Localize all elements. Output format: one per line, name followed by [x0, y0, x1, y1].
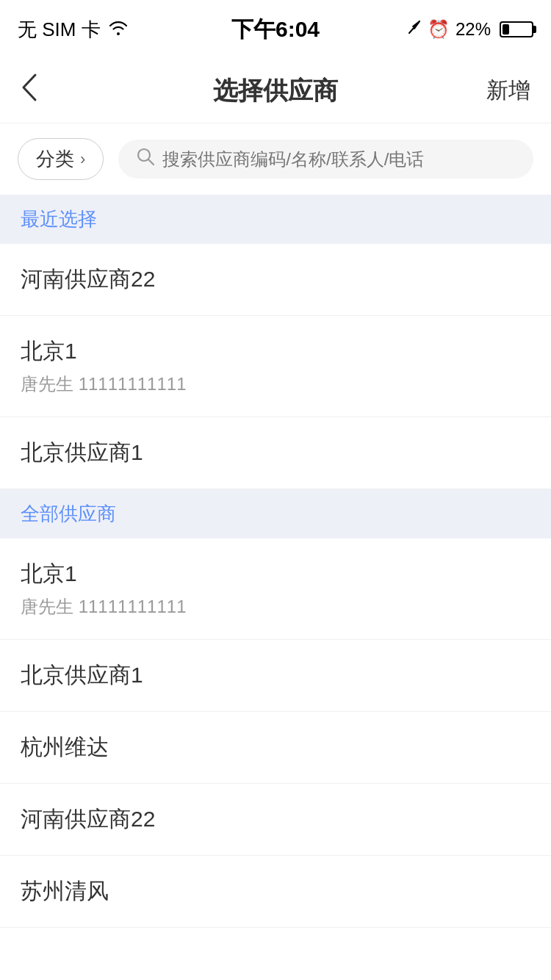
item-name: 河南供应商22 [21, 264, 530, 295]
filter-bar: 分类 › [0, 123, 551, 195]
section-header-all: 全部供应商 [0, 489, 551, 538]
page-title: 选择供应商 [213, 74, 338, 108]
list-item[interactable]: 河南供应商22 [0, 244, 551, 316]
chevron-right-icon: › [80, 150, 85, 169]
battery-icon [500, 21, 533, 37]
item-name: 北京1 [21, 559, 530, 589]
list-content: 最近选择河南供应商22北京1唐先生 11111111111北京供应商1全部供应商… [0, 195, 551, 928]
item-name: 河南供应商22 [21, 804, 530, 835]
category-filter-button[interactable]: 分类 › [18, 138, 104, 180]
status-time: 下午6:04 [231, 15, 320, 45]
nav-bar: 选择供应商 新增 [0, 59, 551, 123]
sim-label: 无 SIM 卡 [18, 17, 101, 43]
location-icon [407, 19, 422, 40]
item-sub: 唐先生 11111111111 [21, 595, 530, 619]
item-name: 北京1 [21, 336, 530, 367]
item-name: 杭州维达 [21, 732, 530, 763]
add-button[interactable]: 新增 [472, 76, 530, 106]
list-item[interactable]: 河南供应商22 [0, 784, 551, 856]
list-item[interactable]: 北京1唐先生 11111111111 [0, 538, 551, 640]
list-item[interactable]: 北京1唐先生 11111111111 [0, 316, 551, 417]
item-sub: 唐先生 11111111111 [21, 372, 530, 396]
status-bar: 无 SIM 卡 下午6:04 ⏰ 22% [0, 0, 551, 59]
item-name: 苏州清风 [21, 876, 530, 907]
section-header-recent: 最近选择 [0, 195, 551, 244]
wifi-icon [108, 18, 129, 41]
search-box [118, 140, 533, 179]
category-label: 分类 [36, 146, 74, 172]
search-icon [136, 147, 155, 171]
status-right: ⏰ 22% [407, 19, 533, 40]
alarm-icon: ⏰ [428, 19, 450, 40]
item-name: 北京供应商1 [21, 660, 530, 691]
item-name: 北京供应商1 [21, 438, 530, 468]
search-input[interactable] [162, 149, 516, 170]
list-item[interactable]: 北京供应商1 [0, 417, 551, 489]
battery-percent: 22% [455, 19, 491, 40]
list-item[interactable]: 杭州维达 [0, 712, 551, 784]
list-item[interactable]: 苏州清风 [0, 856, 551, 928]
status-left: 无 SIM 卡 [18, 17, 129, 43]
back-button[interactable] [21, 72, 79, 109]
list-item[interactable]: 北京供应商1 [0, 640, 551, 712]
